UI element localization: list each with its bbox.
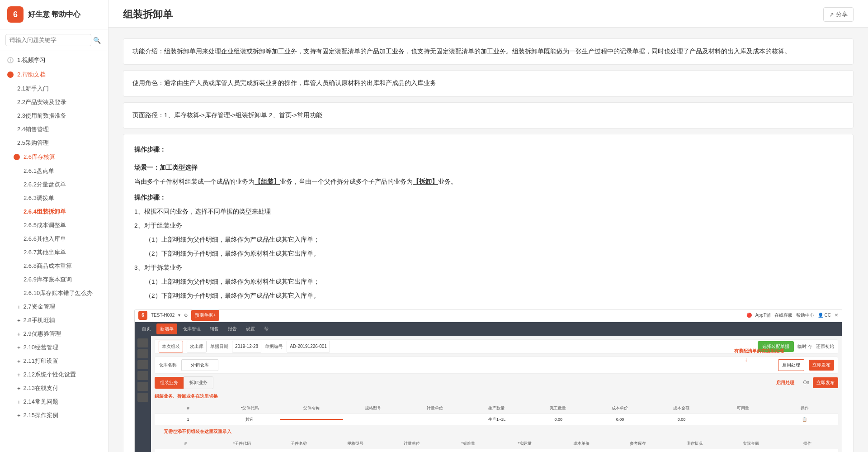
step2-1: （1）上部明细为父件明细，最终作为产成品生成其它入库单； — [145, 233, 842, 246]
mock-content-area: 本次组装 次出库 单据日期 2019-12-28 单据编号 AD-2019122… — [151, 336, 842, 452]
mock-body: 本次组装 次出库 单据日期 2019-12-28 单据编号 AD-2019122… — [135, 336, 842, 452]
sidebar-item-docs-27[interactable]: + 2.7资金管理 — [0, 300, 108, 314]
step1: 1、根据不同的业务，选择不同单据的类型来处理 — [134, 205, 842, 218]
operations-title: 操作步骤： — [134, 143, 842, 156]
sidebar-item-docs-263[interactable]: 2.6.3调拨单 — [0, 191, 108, 205]
sidebar-item-docs[interactable]: 2.帮助文档 — [0, 67, 108, 82]
mock-topbar: 6 TEST-H002 ▾ ⊙ 预期单据+ 🔴 AppT辅 在线客服 帮助中心 … — [135, 309, 842, 322]
sidebar-item-docs-22[interactable]: 2.2产品安装及登录 — [0, 95, 108, 109]
annotation-4: 无需也添不切组装在这里双重录入 — [164, 427, 838, 436]
sidebar-item-docs-29[interactable]: + 2.9优惠券管理 — [0, 327, 108, 341]
plus-icon-video: + — [7, 57, 14, 63]
share-label: 分享 — [836, 10, 848, 19]
screenshot-container: 6 TEST-H002 ▾ ⊙ 预期单据+ 🔴 AppT辅 在线客服 帮助中心 … — [134, 309, 842, 452]
logo-icon: 6 — [7, 6, 24, 23]
sidebar-label-docs: 2.帮助文档 — [17, 71, 46, 79]
circle-icon-docs — [7, 71, 14, 78]
sidebar-item-docs-214[interactable]: + 2.14常见问题 — [0, 395, 108, 409]
step3-2: （2）下部明细为子件明细，最终作为产成品生成其它入库单。 — [145, 290, 842, 302]
sidebar-label-docs-21: 2.1新手入门 — [17, 85, 49, 93]
mock-tabs-row: 组装业务 拆卸业务 启用处理 On 立即发布 — [155, 376, 838, 389]
logo-area: 6 好生意 帮助中心 — [0, 0, 108, 29]
scenario1-title: 场景一：加工类型选择 — [134, 161, 842, 174]
mock-type-tab1: 本次组装 — [159, 341, 183, 352]
path-text: 页面路径：1、库存核算->库存管理->组装拆卸单 2、首页->常用功能 — [132, 112, 322, 119]
sidebar-item-video[interactable]: + 1.视频学习 — [0, 53, 108, 67]
sidebar-item-docs-264[interactable]: 2.6.4组装拆卸单 — [0, 205, 108, 219]
sidebar-label-docs-26: 2.6库存核算 — [24, 153, 55, 161]
sidebar-item-docs-212[interactable]: + 2.12系统个性化设置 — [0, 368, 108, 381]
role-block: 使用角色：通常由生产人员或库管人员完成拆装业务的操作，库管人员确认原材料的出库和… — [123, 70, 854, 96]
sidebar-item-docs-265[interactable]: 2.6.5成本调整单 — [0, 219, 108, 232]
content-area: 功能介绍：组装拆卸单用来处理企业组装或拆卸等加工业务，支持有固定装配清单的产品加… — [108, 28, 868, 452]
mock-topbar-shop: ▾ — [178, 311, 180, 320]
steps-block: 操作步骤： 场景一：加工类型选择 当由多个子件材料组装成一个成品的业务为【组装】… — [123, 134, 854, 452]
sidebar-item-docs-25[interactable]: 2.5采购管理 — [0, 136, 108, 150]
annotation-2: 组装业务、拆卸业务在这里切换 — [155, 392, 838, 401]
sidebar-item-docs-215[interactable]: + 2.15操作案例 — [0, 409, 108, 422]
sidebar-item-docs-24[interactable]: 2.4销售管理 — [0, 123, 108, 136]
mock-form-section: 仓库名称 外销仓库 启用处理 立即发布 有装配清单的在这里处理 ↓ — [155, 357, 838, 374]
mock-topbar-id: TEST-H002 — [151, 311, 175, 320]
mock-screen: 6 TEST-H002 ▾ ⊙ 预期单据+ 🔴 AppT辅 在线客服 帮助中心 … — [135, 309, 842, 452]
sidebar-item-docs-210[interactable]: + 2.10经营管理 — [0, 341, 108, 354]
mock-parent-table: # *父件代码 父件名称 规格型号 计量单位 生产数量 完工数量 成本单价 成本… — [155, 403, 838, 425]
sidebar-item-docs-269[interactable]: 2.6.9库存账本查询 — [0, 273, 108, 286]
sidebar-label-docs-25: 2.5采购管理 — [17, 139, 49, 147]
sidebar-item-docs-211[interactable]: + 2.11打印设置 — [0, 354, 108, 368]
page-header: 组装拆卸单 ↗ 分享 — [108, 0, 868, 28]
share-button[interactable]: ↗ 分享 — [823, 7, 854, 22]
step2-2: （2）下部明细为子件明细，最终作为原材料生成其它出库单。 — [145, 247, 842, 260]
sidebar-item-docs-261[interactable]: 2.6.1盘点单 — [0, 164, 108, 178]
sidebar-item-docs-267[interactable]: 2.6.7其他出库单 — [0, 246, 108, 259]
sidebar: 6 好生意 帮助中心 🔍 + 1.视频学习 2.帮助文档 2.1新手入门 2.2… — [0, 0, 108, 452]
search-input[interactable] — [5, 34, 91, 46]
sidebar-item-docs-2610[interactable]: 2.6.10库存账本错了怎么办 — [0, 286, 108, 300]
sidebar-item-docs-28[interactable]: + 2.8手机旺辅 — [0, 314, 108, 327]
step3: 3、对于拆装业务 — [134, 262, 842, 274]
sidebar-label-docs-23: 2.3使用前数据准备 — [17, 112, 66, 120]
sidebar-item-docs-213[interactable]: + 2.13在线支付 — [0, 381, 108, 395]
scenario1-desc: 当由多个子件材料组装成一个成品的业务为【组装】业务，当由一个父件拆分成多个子产品… — [134, 176, 842, 188]
sidebar-item-docs-262[interactable]: 2.6.2分量盘点单 — [0, 178, 108, 191]
page-title: 组装拆卸单 — [123, 8, 173, 21]
step-title: 操作步骤： — [134, 191, 842, 204]
sidebar-item-docs-268[interactable]: 2.6.8商品成本重算 — [0, 259, 108, 273]
circle-icon-docs-26 — [14, 154, 20, 160]
main-content: 组装拆卸单 ↗ 分享 功能介绍：组装拆卸单用来处理企业组装或拆卸等加工业务，支持… — [108, 0, 868, 452]
mock-logo: 6 — [138, 311, 147, 320]
mock-topbar-badge: 预期单据+ — [191, 310, 219, 321]
share-icon: ↗ — [829, 11, 834, 18]
intro-text: 功能介绍：组装拆卸单用来处理企业组装或拆卸等加工业务，支持有固定装配清单的产品加… — [132, 48, 791, 55]
role-text: 使用角色：通常由生产人员或库管人员完成拆装业务的操作，库管人员确认原材料的出库和… — [132, 80, 436, 86]
sidebar-item-docs-26[interactable]: 2.6库存核算 — [0, 150, 108, 164]
sidebar-item-docs-266[interactable]: 2.6.6其他入库单 — [0, 232, 108, 246]
mock-child-table: # *子件代码 子件名称 规格型号 计量单位 *标准量 *实际量 成本单价 参考… — [155, 438, 838, 452]
sidebar-label-docs-24: 2.4销售管理 — [17, 125, 49, 133]
mock-type-tab2: 次出库 — [187, 341, 207, 352]
annotation-3: 启用处理 — [776, 378, 794, 387]
search-button[interactable]: 🔍 — [91, 37, 103, 44]
table-row: 1 其它 生产1~1L 0.00 0.00 0.00 — [155, 414, 838, 425]
intro-block: 功能介绍：组装拆卸单用来处理企业组装或拆卸等加工业务，支持有固定装配清单的产品加… — [123, 38, 854, 65]
annotation-1: 有装配清单的在这里处理 — [734, 347, 784, 356]
sidebar-label-docs-22: 2.2产品安装及登录 — [17, 98, 66, 106]
sidebar-item-docs-23[interactable]: 2.3使用前数据准备 — [0, 109, 108, 123]
step3-1: （1）上部明细为父件明细，最终作为原材料生成其它出库单； — [145, 276, 842, 288]
mock-nav: 自页 新增单 仓库管理 销售 报告 设置 帮 — [135, 322, 842, 336]
step2: 2、对于组装业务 — [134, 219, 842, 232]
mock-sidebar — [135, 336, 151, 452]
mock-topbar-shop-name: ⊙ — [184, 311, 188, 320]
table-row: 1 测品 1 （包装+） 30.00 60.0 0.00 0.00 0.00 0… — [155, 449, 838, 452]
logo-text: 好生意 帮助中心 — [28, 10, 80, 19]
nav-section: + 1.视频学习 2.帮助文档 2.1新手入门 2.2产品安装及登录 2.3使用… — [0, 51, 108, 424]
path-block: 页面路径：1、库存核算->库存管理->组装拆卸单 2、首页->常用功能 — [123, 102, 854, 128]
sidebar-item-docs-21[interactable]: 2.1新手入门 — [0, 82, 108, 95]
sidebar-label-video: 1.视频学习 — [17, 56, 46, 64]
search-box[interactable]: 🔍 — [0, 29, 108, 51]
